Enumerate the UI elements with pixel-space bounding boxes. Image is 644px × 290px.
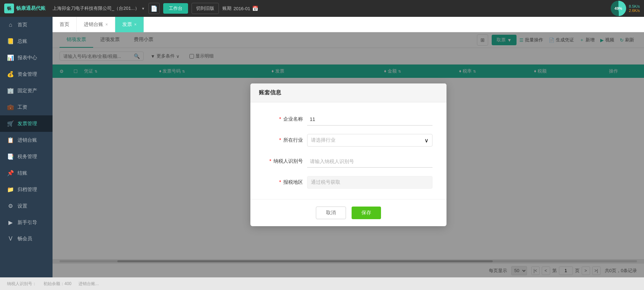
tab-purchase-sales[interactable]: 进销台账 × [77, 17, 115, 32]
sidebar-label-guide: 新手引导 [18, 220, 37, 226]
form-row-tax-id: * 纳税人识别号 [264, 155, 432, 168]
industry-select[interactable]: 请选择行业 ∨ [307, 134, 432, 147]
company-name: 上海卯金刀电子科技有限公司_（台201...） [53, 5, 139, 12]
sidebar-label-reports: 报表中心 [18, 55, 37, 61]
sidebar-label-funds: 资金管理 [18, 71, 37, 77]
old-version-button[interactable]: 切到旧版 [192, 3, 219, 14]
sidebar-label-settings: 设置 [18, 203, 27, 209]
ledger-icon: 📒 [7, 38, 14, 45]
sidebar-label-tax: 税务管理 [18, 154, 37, 160]
required-star-industry: * [279, 137, 281, 143]
tax-region-placeholder: 通过税号获取 [311, 179, 340, 186]
sidebar-item-funds[interactable]: 💰 资金管理 [0, 66, 53, 82]
content-area: 首页 进销台账 × 发票 × 销项发票 进项发票 费用小 [53, 17, 644, 277]
sidebar-item-salary[interactable]: 💼 工资 [0, 99, 53, 115]
sidebar-item-guide[interactable]: ▶ 新手引导 [0, 214, 53, 231]
tax-icon: 📑 [7, 153, 14, 160]
settlement-icon: 📌 [7, 170, 14, 176]
purchase-sales-icon: 📋 [7, 137, 14, 143]
tax-region-label: * 报税地区 [264, 179, 303, 186]
sidebar-label-home: 首页 [18, 22, 27, 28]
form-row-tax-region: * 报税地区 通过税号获取 [264, 176, 432, 189]
tax-region-disabled: 通过税号获取 [307, 176, 432, 189]
page-content: 销项发票 进项发票 费用小票 ⊞ 取票 ▼ ☰ 批量操作 [53, 32, 644, 277]
calendar-icon[interactable]: 📅 [252, 6, 258, 11]
sidebar-item-home[interactable]: ⌂ 首页 [0, 17, 53, 33]
sidebar-item-assets[interactable]: 🏢 固定资产 [0, 82, 53, 99]
sidebar-item-member[interactable]: V 畅会员 [0, 231, 53, 247]
footer-strip: 纳税人识别号： 初始余额：400 进销台账... [0, 277, 644, 290]
required-star-tax-id: * [269, 158, 271, 164]
modal-body: * 企业名称 * 所在行业 请选择行业 [250, 102, 446, 199]
assets-icon: 🏢 [7, 87, 14, 94]
sidebar-item-settlement[interactable]: 📌 结账 [0, 165, 53, 181]
company-selector[interactable]: 上海卯金刀电子科技有限公司_（台201...） ▼ [53, 5, 145, 12]
footer-text1: 纳税人识别号： [7, 281, 36, 287]
tab-home-label: 首页 [60, 21, 69, 28]
industry-dropdown-icon: ∨ [424, 137, 429, 144]
tab-purchase-sales-close[interactable]: × [105, 22, 108, 27]
tab-invoice-close[interactable]: × [134, 22, 137, 27]
period-value: 2016-01 [234, 6, 250, 11]
modal-dialog: 账套信息 * 企业名称 [250, 83, 446, 226]
workbench-button[interactable]: 工作台 [163, 3, 188, 14]
sidebar-item-ledger[interactable]: 📒 总账 [0, 33, 53, 49]
footer-text3: 进销台账... [78, 281, 99, 287]
company-dropdown-icon: ▼ [141, 7, 145, 11]
sidebar-label-ledger: 总账 [18, 38, 27, 45]
home-icon: ⌂ [7, 22, 14, 28]
sidebar: ⌂ 首页 📒 总账 📊 报表中心 💰 资金管理 🏢 固定资产 💼 工资 🛒 发票… [0, 17, 53, 277]
progress-circle: 49% [611, 1, 626, 16]
progress-percent: 49% [615, 6, 622, 11]
form-row-industry: * 所在行业 请选择行业 ∨ [264, 134, 432, 147]
modal-footer: 取消 保存 [250, 199, 446, 226]
cancel-button[interactable]: 取消 [316, 207, 346, 219]
member-icon: V [7, 236, 14, 242]
modal-overlay: 账套信息 * 企业名称 [53, 32, 644, 277]
tax-id-input[interactable] [307, 155, 432, 168]
invoice-icon: 🛒 [7, 120, 14, 127]
sidebar-label-settlement: 结账 [18, 170, 27, 176]
funds-icon: 💰 [7, 71, 14, 77]
tab-home[interactable]: 首页 [53, 17, 77, 32]
tab-bar: 首页 进销台账 × 发票 × [53, 17, 644, 32]
industry-label: * 所在行业 [264, 137, 303, 143]
modal-title: 账套信息 [259, 89, 281, 95]
save-button[interactable]: 保存 [352, 207, 381, 219]
sidebar-label-member: 畅会员 [18, 236, 32, 242]
archive-icon: 📁 [7, 186, 14, 193]
sidebar-label-purchase-sales: 进销台账 [18, 137, 37, 143]
logo-icon: 畅 [4, 4, 14, 13]
tab-invoice-label: 发票 [122, 21, 132, 28]
sidebar-item-purchase-sales[interactable]: 📋 进销台账 [0, 132, 53, 148]
company-name-input[interactable] [307, 113, 432, 126]
logo-text: 畅康通易代账 [16, 5, 46, 12]
download-speed: 2.6K/s [629, 8, 640, 13]
period-label: 账期 [222, 5, 231, 12]
salary-icon: 💼 [7, 104, 14, 110]
sidebar-label-archive: 归档管理 [18, 187, 37, 193]
sidebar-label-invoice: 发票管理 [18, 121, 37, 127]
settings-icon: ⚙ [7, 203, 14, 209]
sidebar-item-archive[interactable]: 📁 归档管理 [0, 181, 53, 198]
required-star-tax-region: * [279, 179, 281, 185]
company-name-label: * 企业名称 [264, 116, 303, 122]
sidebar-item-reports[interactable]: 📊 报表中心 [0, 49, 53, 66]
guide-icon: ▶ [7, 219, 14, 226]
reports-icon: 📊 [7, 54, 14, 61]
document-icon[interactable]: 📄 [148, 3, 160, 14]
period-info: 账期 2016-01 📅 [222, 5, 258, 12]
industry-placeholder: 请选择行业 [311, 137, 335, 143]
speed-info: 8.5K/s 2.6K/s [629, 4, 640, 13]
tab-purchase-sales-label: 进销台账 [84, 21, 103, 28]
modal-header: 账套信息 [250, 83, 446, 102]
sidebar-label-salary: 工资 [18, 104, 27, 110]
logo-area: 畅 畅康通易代账 [4, 4, 46, 13]
sidebar-label-assets: 固定资产 [18, 88, 37, 94]
sidebar-item-invoice[interactable]: 🛒 发票管理 [0, 115, 53, 132]
top-header: 畅 畅康通易代账 上海卯金刀电子科技有限公司_（台201...） ▼ 📄 工作台… [0, 0, 644, 17]
sidebar-item-settings[interactable]: ⚙ 设置 [0, 198, 53, 214]
tab-invoice[interactable]: 发票 × [115, 17, 144, 32]
footer-text2: 初始余额：400 [43, 281, 71, 287]
sidebar-item-tax[interactable]: 📑 税务管理 [0, 148, 53, 165]
